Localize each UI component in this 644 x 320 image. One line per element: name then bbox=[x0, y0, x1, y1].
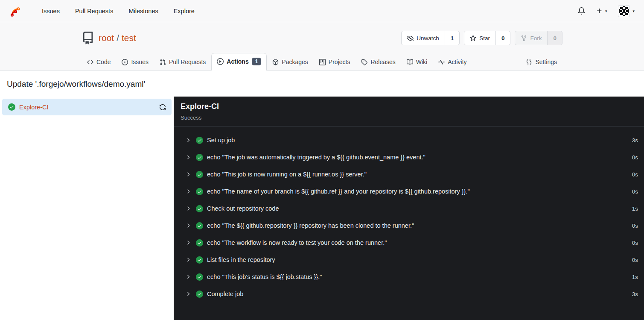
chevron-right-icon[interactable] bbox=[185, 188, 191, 194]
step-name: Check out repository code bbox=[207, 205, 279, 212]
tab-packages[interactable]: Packages bbox=[267, 54, 313, 70]
step-name: echo "The job was automatically triggere… bbox=[207, 154, 425, 161]
chevron-right-icon[interactable] bbox=[185, 206, 191, 211]
repo-separator: / bbox=[117, 33, 119, 43]
nav-pull-requests[interactable]: Pull Requests bbox=[67, 0, 121, 22]
jobs-sidebar: Explore-CI bbox=[0, 97, 174, 320]
step-row[interactable]: Check out repository code 1s bbox=[174, 200, 644, 217]
step-row[interactable]: echo "This job's status is ${{ job.statu… bbox=[174, 268, 644, 285]
navbar-right: ▾ ▾ bbox=[578, 5, 635, 17]
log-job-title: Explore-CI bbox=[181, 102, 637, 111]
step-duration: 0s bbox=[632, 188, 638, 195]
fork-label: Fork bbox=[530, 35, 542, 41]
success-check-icon bbox=[196, 273, 203, 281]
step-row[interactable]: echo "The job was automatically triggere… bbox=[174, 149, 644, 166]
repo-header: root / test Unwatch 1 bbox=[0, 22, 644, 70]
tab-pull-requests[interactable]: Pull Requests bbox=[154, 54, 211, 70]
step-duration: 3s bbox=[632, 137, 638, 144]
step-row[interactable]: List files in the repository 0s bbox=[174, 251, 644, 268]
step-name: echo "The ${{ github.repository }} repos… bbox=[207, 222, 414, 229]
nav-milestones[interactable]: Milestones bbox=[121, 0, 166, 22]
forgejo-logo-icon[interactable] bbox=[9, 5, 22, 18]
tab-code[interactable]: Code bbox=[82, 54, 116, 70]
tab-label: Pull Requests bbox=[169, 59, 206, 65]
fork-button: Fork 0 bbox=[515, 31, 562, 45]
watch-count[interactable]: 1 bbox=[445, 31, 460, 45]
tab-settings[interactable]: Settings bbox=[520, 54, 562, 70]
eye-slash-icon bbox=[407, 35, 414, 41]
chevron-right-icon[interactable] bbox=[185, 154, 191, 160]
chevron-right-icon[interactable] bbox=[185, 223, 191, 229]
chevron-right-icon[interactable] bbox=[185, 291, 191, 297]
tab-label: Settings bbox=[535, 59, 557, 65]
repository-icon bbox=[82, 32, 94, 44]
step-duration: 0s bbox=[632, 257, 638, 263]
repo-owner-link[interactable]: root bbox=[99, 33, 114, 43]
success-check-icon bbox=[8, 103, 15, 111]
nav-explore[interactable]: Explore bbox=[166, 0, 202, 22]
plus-icon bbox=[596, 8, 603, 14]
tab-actions[interactable]: Actions 1 bbox=[211, 53, 267, 70]
user-menu-button[interactable]: ▾ bbox=[618, 5, 635, 17]
repo-name-link[interactable]: test bbox=[122, 33, 136, 43]
tab-activity[interactable]: Activity bbox=[433, 54, 472, 70]
log-header: Explore-CI Success bbox=[174, 97, 644, 126]
step-row[interactable]: echo "This job is now running on a ${{ r… bbox=[174, 166, 644, 183]
package-icon bbox=[272, 59, 279, 65]
job-item-explore-ci[interactable]: Explore-CI bbox=[2, 99, 172, 115]
tab-label: Code bbox=[96, 59, 111, 65]
tab-projects[interactable]: Projects bbox=[314, 54, 356, 70]
step-duration: 3s bbox=[632, 291, 638, 297]
tab-wiki[interactable]: Wiki bbox=[401, 54, 433, 70]
book-icon bbox=[407, 59, 413, 65]
tab-issues[interactable]: Issues bbox=[116, 54, 154, 70]
step-row[interactable]: echo "The name of your branch is ${{ git… bbox=[174, 183, 644, 200]
code-icon bbox=[87, 59, 93, 65]
tab-label: Issues bbox=[131, 59, 148, 65]
step-row[interactable]: Set up job 3s bbox=[174, 132, 644, 149]
chevron-right-icon[interactable] bbox=[185, 240, 191, 246]
step-duration: 1s bbox=[632, 274, 638, 280]
step-name: echo "This job's status is ${{ job.statu… bbox=[207, 273, 322, 280]
chevron-right-icon[interactable] bbox=[185, 257, 191, 263]
success-check-icon bbox=[196, 222, 203, 229]
nav-issues[interactable]: Issues bbox=[34, 0, 67, 22]
tools-icon bbox=[526, 59, 532, 65]
step-duration: 0s bbox=[632, 223, 638, 229]
step-name: Complete job bbox=[207, 291, 243, 297]
success-check-icon bbox=[196, 137, 203, 144]
step-row[interactable]: Complete job 3s bbox=[174, 285, 644, 302]
tab-releases[interactable]: Releases bbox=[356, 54, 401, 70]
success-check-icon bbox=[196, 205, 203, 212]
unwatch-button[interactable]: Unwatch 1 bbox=[401, 31, 460, 45]
star-count[interactable]: 0 bbox=[495, 31, 510, 45]
step-name: Set up job bbox=[207, 137, 235, 144]
step-duration: 0s bbox=[632, 240, 638, 246]
tab-label: Activity bbox=[448, 59, 466, 65]
fork-count: 0 bbox=[547, 31, 562, 45]
tab-label: Packages bbox=[282, 59, 308, 65]
log-panel: Explore-CI Success Set up job 3s echo "T… bbox=[174, 97, 644, 320]
chevron-right-icon[interactable] bbox=[185, 137, 191, 143]
step-row[interactable]: echo "The ${{ github.repository }} repos… bbox=[174, 217, 644, 234]
step-row[interactable]: echo "The workflow is now ready to test … bbox=[174, 234, 644, 251]
chevron-right-icon[interactable] bbox=[185, 274, 191, 280]
chevron-down-icon: ▾ bbox=[605, 9, 607, 13]
success-check-icon bbox=[196, 171, 203, 178]
workflow-run-view: Explore-CI Explore-CI Success Set up job… bbox=[0, 97, 644, 320]
step-name: echo "The workflow is now ready to test … bbox=[207, 239, 387, 246]
notifications-bell-icon[interactable] bbox=[578, 7, 585, 15]
star-button[interactable]: Star 0 bbox=[464, 31, 510, 45]
log-job-status: Success bbox=[181, 114, 637, 121]
create-new-button[interactable]: ▾ bbox=[596, 8, 607, 14]
chevron-right-icon[interactable] bbox=[185, 171, 191, 177]
step-duration: 0s bbox=[632, 154, 638, 161]
pulse-icon bbox=[438, 59, 445, 65]
star-icon bbox=[470, 35, 476, 41]
page-title: Update '.forgejo/workflows/demo.yaml' bbox=[0, 70, 644, 97]
success-check-icon bbox=[196, 188, 203, 195]
refresh-icon[interactable] bbox=[159, 104, 166, 111]
step-name: echo "The name of your branch is ${{ git… bbox=[207, 188, 470, 195]
play-circle-icon bbox=[217, 58, 224, 65]
chevron-down-icon: ▾ bbox=[632, 9, 635, 13]
